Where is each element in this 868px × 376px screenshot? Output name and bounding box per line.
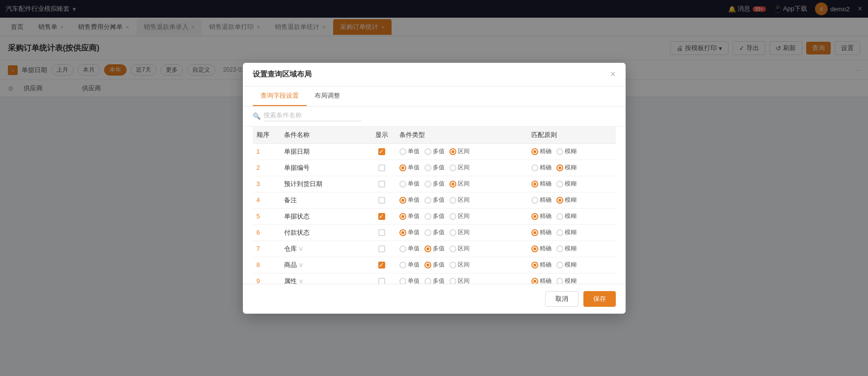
dialog-tabs: 查询字段设置 布局调整: [243, 86, 626, 98]
settings-dialog: 设置查询区域布局 × 查询字段设置 布局调整 🔍: [243, 63, 626, 98]
modal-overlay: 设置查询区域布局 × 查询字段设置 布局调整 🔍: [0, 0, 868, 97]
dialog-close-button[interactable]: ×: [610, 70, 616, 79]
dialog-header: 设置查询区域布局 ×: [243, 63, 626, 86]
tab-query-fields-label: 查询字段设置: [261, 92, 299, 98]
tab-layout-adjust-label: 布局调整: [315, 92, 340, 98]
tab-layout-adjust[interactable]: 布局调整: [307, 86, 348, 98]
tab-query-fields[interactable]: 查询字段设置: [253, 86, 307, 98]
dialog-title: 设置查询区域布局: [253, 70, 312, 79]
